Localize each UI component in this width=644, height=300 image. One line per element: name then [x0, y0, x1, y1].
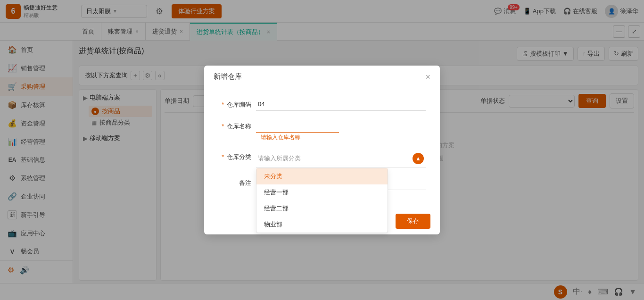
category-label: * 仓库分类: [218, 150, 256, 161]
name-input[interactable]: [256, 119, 339, 133]
name-label: * 仓库名称: [218, 119, 256, 131]
modal-body: * 仓库编码 * 仓库名称 请输入仓库名称: [204, 88, 440, 208]
required-star-code: *: [222, 101, 224, 108]
category-dropdown-trigger[interactable]: 请输入所属分类 ▲: [256, 150, 426, 167]
required-star-name: *: [222, 123, 224, 130]
code-label: * 仓库编码: [218, 98, 256, 109]
dropdown-option-3[interactable]: 物业部: [256, 217, 388, 233]
name-input-wrap: [256, 119, 339, 133]
dropdown-option-0[interactable]: 未分类: [256, 168, 388, 184]
new-warehouse-modal: 新增仓库 × * 仓库编码 * 仓库名称: [204, 66, 440, 234]
form-row-name: * 仓库名称 请输入仓库名称: [218, 119, 426, 142]
category-arrow-icon: ▲: [413, 153, 424, 164]
dropdown-option-2[interactable]: 经营二部: [256, 200, 388, 217]
name-error-msg: 请输入仓库名称: [261, 133, 300, 142]
modal-close-btn[interactable]: ×: [425, 73, 430, 81]
modal-header: 新增仓库 ×: [204, 66, 440, 88]
required-star-cat: *: [222, 153, 224, 160]
modal-overlay: 新增仓库 × * 仓库编码 * 仓库名称: [0, 0, 644, 300]
code-input[interactable]: [256, 98, 426, 111]
category-placeholder: 请输入所属分类: [258, 154, 301, 163]
modal-title: 新增仓库: [214, 72, 242, 81]
form-row-code: * 仓库编码: [218, 98, 426, 111]
category-dropdown-list: 未分类 经营一部 经营二部 物业部: [256, 168, 388, 233]
dropdown-option-1[interactable]: 经营一部: [256, 184, 388, 200]
category-dropdown-wrap: 请输入所属分类 ▲ 未分类 经营一部 经营二部 物业部: [256, 150, 426, 167]
form-row-category: * 仓库分类 请输入所属分类 ▲ 未分类 经营一部 经营二部 物业部: [218, 150, 426, 167]
remark-label: 备注: [218, 176, 256, 187]
save-button[interactable]: 保存: [396, 214, 430, 229]
